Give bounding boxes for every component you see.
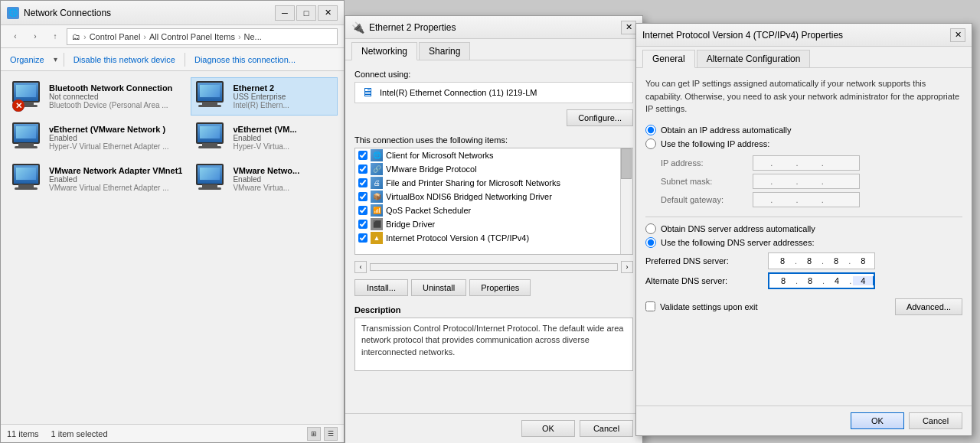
details-view[interactable]: ☰ <box>324 427 338 441</box>
connection-icon-eth <box>196 81 227 112</box>
list-item-client[interactable]: 🌐 Client for Microsoft Networks <box>355 148 620 162</box>
gateway-input[interactable]: . . . <box>753 192 860 207</box>
connection-name-veth1: vEthernet (VMware Network ) <box>49 125 182 134</box>
ipv4-checkbox[interactable] <box>358 233 368 243</box>
advanced-button[interactable]: Advanced... <box>895 298 962 315</box>
connection-vmnet1[interactable]: VMware Network Adapter VMnet1 Enabled VM… <box>7 160 188 198</box>
bridge-checkbox[interactable] <box>358 220 368 229</box>
auto-ip-radio[interactable] <box>645 125 656 135</box>
alt-dns-oct3[interactable] <box>826 276 848 285</box>
items-list: 🌐 Client for Microsoft Networks 🔗 VMware… <box>355 148 620 254</box>
alternate-dns-input[interactable]: . . . <box>768 272 875 289</box>
manual-dns-label: Use the following DNS server addresses: <box>661 238 815 247</box>
diagnose-button[interactable]: Diagnose this connection... <box>191 54 299 66</box>
virtualbox-checkbox[interactable] <box>358 192 368 201</box>
pref-dns-oct2[interactable] <box>799 256 820 265</box>
toolbar-separator <box>64 53 64 67</box>
tcp-dialog-title: Internet Protocol Version 4 (TCP/IPv4) P… <box>642 30 946 41</box>
items-scrollbar[interactable] <box>620 148 632 254</box>
ip-address-input[interactable]: . . . <box>753 155 860 171</box>
maximize-button[interactable]: □ <box>296 5 316 21</box>
path-all-items[interactable]: All Control Panel Items <box>149 32 235 41</box>
address-bar: ‹ › ↑ 🗂 › Control Panel › All Control Pa… <box>1 25 344 48</box>
auto-dns-row[interactable]: Obtain DNS server address automatically <box>645 223 962 234</box>
configure-button[interactable]: Configure... <box>567 109 633 126</box>
validate-checkbox[interactable] <box>645 301 655 311</box>
path-control-panel[interactable]: Control Panel <box>90 32 141 41</box>
properties-button[interactable]: Properties <box>469 279 531 296</box>
pref-dns-oct1[interactable] <box>772 256 793 265</box>
eth-dialog-footer: OK Cancel <box>345 413 642 443</box>
tcp-tabs: General Alternate Configuration <box>636 47 972 68</box>
device-icon: 🖥 <box>361 86 374 99</box>
manual-ip-radio[interactable] <box>645 138 656 149</box>
scroll-left[interactable]: ‹ <box>354 261 367 273</box>
list-item-virtualbox[interactable]: 📦 VirtualBox NDIS6 Bridged Networking Dr… <box>355 190 620 204</box>
manual-ip-row[interactable]: Use the following IP address: <box>645 138 962 149</box>
up-button[interactable]: ↑ <box>47 28 64 45</box>
connection-name-vmnet2: VMware Netwo... <box>233 166 332 175</box>
preferred-dns-label: Preferred DNS server: <box>645 256 768 265</box>
vmware-bridge-icon: 🔗 <box>371 163 383 175</box>
eth-tabs: Networking Sharing <box>345 39 642 60</box>
address-path[interactable]: 🗂 › Control Panel › All Control Panel It… <box>67 28 338 45</box>
tab-alternate-config[interactable]: Alternate Configuration <box>697 50 811 67</box>
file-sharing-icon: 🖨 <box>371 177 383 189</box>
virtualbox-icon: 📦 <box>371 191 383 203</box>
manual-dns-radio[interactable] <box>645 237 656 248</box>
disable-button[interactable]: Disable this network device <box>70 54 178 66</box>
vmware-bridge-checkbox[interactable] <box>358 164 368 174</box>
uninstall-button[interactable]: Uninstall <box>411 279 466 296</box>
items-buttons: Install... Uninstall Properties <box>354 279 633 296</box>
install-button[interactable]: Install... <box>354 279 408 296</box>
close-button[interactable]: ✕ <box>318 5 338 21</box>
connection-ethernet2[interactable]: Ethernet 2 USS Enterprise Intel(R) Ether… <box>191 77 338 116</box>
connection-vethernet1[interactable]: vEthernet (VMware Network ) Enabled Hype… <box>7 119 188 157</box>
back-button[interactable]: ‹ <box>7 28 24 45</box>
client-checkbox[interactable] <box>358 151 368 160</box>
eth-close-button[interactable]: ✕ <box>621 21 636 34</box>
auto-ip-row[interactable]: Obtain an IP address automatically <box>645 125 962 135</box>
list-item-file-sharing[interactable]: 🖨 File and Printer Sharing for Microsoft… <box>355 176 620 190</box>
ip-address-label: IP address: <box>661 158 753 168</box>
scroll-right[interactable]: › <box>621 261 633 273</box>
list-item-ipv4[interactable]: ▲ Internet Protocol Version 4 (TCP/IPv4) <box>355 231 620 245</box>
list-item-vmware-bridge[interactable]: 🔗 VMware Bridge Protocol <box>355 162 620 176</box>
pref-dns-oct3[interactable] <box>825 256 847 265</box>
list-item-qos[interactable]: 📶 QoS Packet Scheduler <box>355 204 620 217</box>
connection-status-veth1: Enabled <box>49 134 182 142</box>
alt-dns-oct2[interactable] <box>799 276 821 285</box>
nc-window-title: Network Connections <box>24 8 270 18</box>
connection-vmnet2[interactable]: VMware Netwo... Enabled VMware Virtua... <box>191 160 338 198</box>
connection-bluetooth[interactable]: B ✕ Bluetooth Network Connection Not con… <box>7 77 188 116</box>
tcp-ok-button[interactable]: OK <box>851 412 904 429</box>
preferred-dns-input[interactable]: . . . <box>768 252 875 269</box>
alt-dns-oct1[interactable] <box>773 276 794 285</box>
qos-checkbox[interactable] <box>358 206 368 215</box>
tcp-cancel-button[interactable]: Cancel <box>909 412 962 429</box>
scroll-arrows: ‹ › <box>354 261 633 273</box>
large-icons-view[interactable]: ⊞ <box>307 427 321 441</box>
alt-dns-oct4[interactable] <box>853 276 874 285</box>
subnet-mask-input[interactable]: . . . <box>753 174 860 189</box>
nc-window-icon: 🌐 <box>7 7 19 19</box>
path-nc[interactable]: Ne... <box>244 32 262 41</box>
tcp-close-button[interactable]: ✕ <box>950 28 965 42</box>
eth-cancel-button[interactable]: Cancel <box>580 420 633 437</box>
auto-dns-radio[interactable] <box>645 223 656 234</box>
connection-name: Bluetooth Network Connection <box>49 83 182 93</box>
manual-ip-label: Use the following IP address: <box>661 139 769 148</box>
manual-dns-row[interactable]: Use the following DNS server addresses: <box>645 237 962 248</box>
scroll-thumb[interactable] <box>621 148 632 179</box>
connection-vethernet2[interactable]: vEthernet (VM... Enabled Hyper-V Virtua.… <box>191 119 338 157</box>
tab-networking[interactable]: Networking <box>351 42 417 60</box>
forward-button[interactable]: › <box>27 28 44 45</box>
tab-sharing[interactable]: Sharing <box>419 42 470 60</box>
list-item-bridge[interactable]: ⬛ Bridge Driver <box>355 217 620 231</box>
tab-general[interactable]: General <box>642 50 695 68</box>
pref-dns-oct4[interactable] <box>852 256 874 265</box>
eth-ok-button[interactable]: OK <box>521 420 575 437</box>
minimize-button[interactable]: ─ <box>275 5 295 21</box>
organize-button[interactable]: Organize <box>7 54 47 66</box>
file-sharing-checkbox[interactable] <box>358 178 368 187</box>
